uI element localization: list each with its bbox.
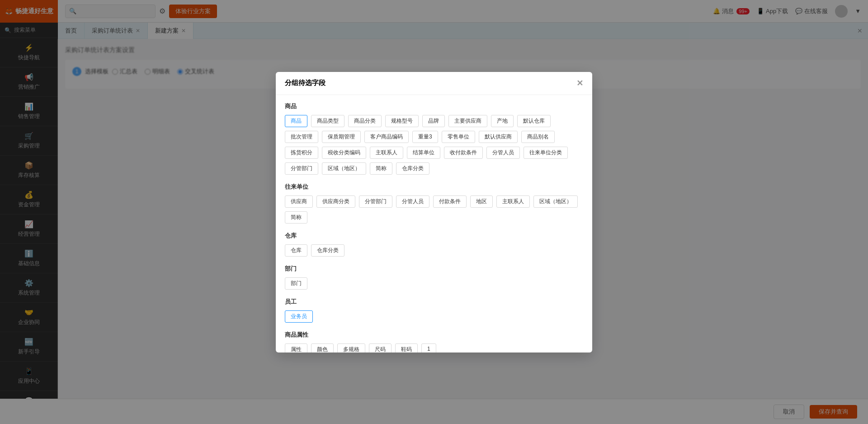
field-tag-weight3[interactable]: 重量3 xyxy=(412,131,438,143)
field-tags-product: 商品商品类型商品分类规格型号品牌主要供应商产地默认仓库批次管理保质期管理客户商品… xyxy=(285,115,583,175)
section-title-product-attr: 商品属性 xyxy=(285,331,583,339)
field-tag-warehouse-category[interactable]: 仓库分类 xyxy=(311,244,344,257)
field-tags-counterparty: 供应商供应商分类分管部门分管人员付款条件地区主联系人区域（地区）简称 xyxy=(285,195,583,224)
field-tags-employee: 业务员 xyxy=(285,310,583,323)
section-title-department: 部门 xyxy=(285,265,583,273)
field-tag-region-product[interactable]: 区域（地区） xyxy=(322,162,366,175)
field-tag-product[interactable]: 商品 xyxy=(285,115,307,127)
field-tag-spec-type[interactable]: 规格型号 xyxy=(385,115,419,127)
field-tag-multi-spec[interactable]: 多规格 xyxy=(337,343,365,353)
field-section-department: 部门部门 xyxy=(285,265,583,290)
field-tag-tax-code[interactable]: 税收分类编码 xyxy=(322,147,366,159)
field-tag-org-category[interactable]: 往来单位分类 xyxy=(524,147,568,159)
field-tag-color[interactable]: 颜色 xyxy=(311,343,334,353)
field-tag-main-supplier[interactable]: 主要供应商 xyxy=(448,115,487,127)
field-tag-region-counterparty[interactable]: 地区 xyxy=(470,195,493,208)
field-tag-warehouse[interactable]: 仓库 xyxy=(285,244,307,257)
field-tag-dept[interactable]: 部门 xyxy=(285,277,307,290)
section-title-counterparty: 往来单位 xyxy=(285,183,583,191)
field-tag-manager[interactable]: 分管人员 xyxy=(486,147,520,159)
field-section-counterparty: 往来单位供应商供应商分类分管部门分管人员付款条件地区主联系人区域（地区）简称 xyxy=(285,183,583,224)
field-tag-short-name-product[interactable]: 简称 xyxy=(370,162,392,175)
modal-header: 分组待选字段 ✕ xyxy=(276,72,592,95)
field-tag-origin[interactable]: 产地 xyxy=(491,115,514,127)
field-tags-product-attr: 属性颜色多规格尺码鞋码1 xyxy=(285,343,583,353)
field-tag-customer-code[interactable]: 客户商品编码 xyxy=(364,131,409,143)
field-tag-picking-points[interactable]: 拣货积分 xyxy=(285,147,318,159)
field-tag-region2[interactable]: 区域（地区） xyxy=(533,195,578,208)
field-section-product-attr: 商品属性属性颜色多规格尺码鞋码1 xyxy=(285,331,583,353)
modal-body[interactable]: 商品商品商品类型商品分类规格型号品牌主要供应商产地默认仓库批次管理保质期管理客户… xyxy=(276,95,592,353)
field-tag-product-alias[interactable]: 商品别名 xyxy=(521,131,555,143)
field-tag-dept-in-charge[interactable]: 分管部门 xyxy=(285,162,318,175)
field-select-modal: 分组待选字段 ✕ 商品商品商品类型商品分类规格型号品牌主要供应商产地默认仓库批次… xyxy=(276,72,592,353)
field-tag-retail-unit[interactable]: 零售单位 xyxy=(442,131,475,143)
field-tag-main-contact[interactable]: 主联系人 xyxy=(370,147,403,159)
field-tag-product-category[interactable]: 商品分类 xyxy=(348,115,382,127)
field-tag-dept-counterparty[interactable]: 分管部门 xyxy=(359,195,392,208)
field-tag-settlement-unit[interactable]: 结算单位 xyxy=(407,147,440,159)
field-tag-product-type[interactable]: 商品类型 xyxy=(311,115,344,127)
field-tags-department: 部门 xyxy=(285,277,583,290)
field-section-employee: 员工业务员 xyxy=(285,298,583,323)
field-tag-salesperson[interactable]: 业务员 xyxy=(285,310,313,323)
modal-title: 分组待选字段 xyxy=(285,79,326,87)
section-title-warehouse: 仓库 xyxy=(285,232,583,240)
field-tag-payment-terms[interactable]: 收付款条件 xyxy=(444,147,483,159)
field-section-product: 商品商品商品类型商品分类规格型号品牌主要供应商产地默认仓库批次管理保质期管理客户… xyxy=(285,102,583,175)
field-tag-one[interactable]: 1 xyxy=(421,343,436,353)
field-tag-batch-mgmt[interactable]: 批次管理 xyxy=(285,131,318,143)
field-tag-payment-condition[interactable]: 付款条件 xyxy=(433,195,467,208)
field-tag-size[interactable]: 尺码 xyxy=(369,343,392,353)
field-section-warehouse: 仓库仓库仓库分类 xyxy=(285,232,583,257)
field-tags-warehouse: 仓库仓库分类 xyxy=(285,244,583,257)
field-tag-short-name-counterparty[interactable]: 简称 xyxy=(285,211,307,224)
field-tag-attr[interactable]: 属性 xyxy=(285,343,307,353)
field-tag-default-supplier[interactable]: 默认供应商 xyxy=(479,131,518,143)
field-tag-supplier[interactable]: 供应商 xyxy=(285,195,313,208)
field-tag-main-contact-counterparty[interactable]: 主联系人 xyxy=(496,195,530,208)
field-tag-supplier-category[interactable]: 供应商分类 xyxy=(316,195,355,208)
field-tag-shoe-size[interactable]: 鞋码 xyxy=(395,343,418,353)
field-tag-brand[interactable]: 品牌 xyxy=(422,115,445,127)
section-title-product: 商品 xyxy=(285,102,583,110)
section-title-employee: 员工 xyxy=(285,298,583,306)
modal-close-button[interactable]: ✕ xyxy=(576,78,583,88)
field-tag-expiry-mgmt[interactable]: 保质期管理 xyxy=(322,131,361,143)
field-tag-warehouse-category-product[interactable]: 仓库分类 xyxy=(396,162,429,175)
field-tag-manager-counterparty[interactable]: 分管人员 xyxy=(396,195,429,208)
field-tag-default-warehouse[interactable]: 默认仓库 xyxy=(517,115,551,127)
